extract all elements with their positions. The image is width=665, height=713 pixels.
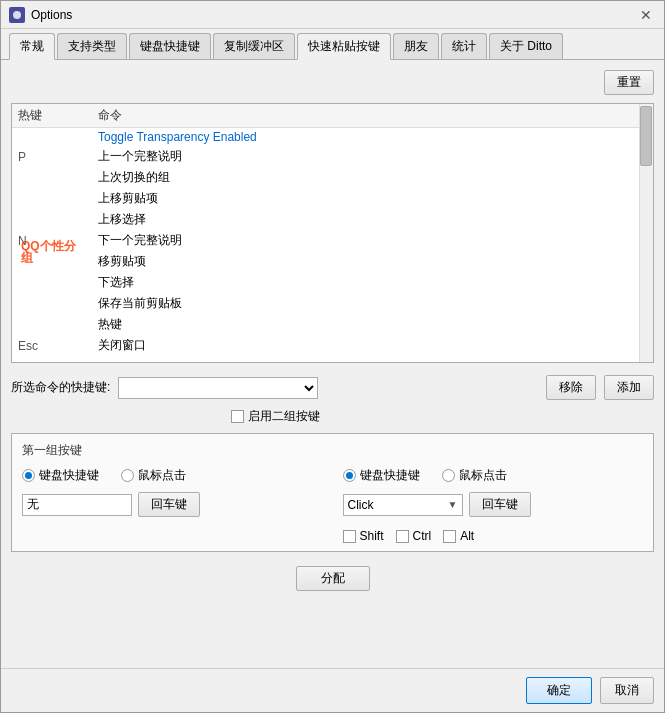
assign-row: 分配 bbox=[11, 566, 654, 591]
right-radio-keyboard[interactable]: 键盘快捷键 bbox=[343, 467, 420, 484]
keyset-row: 键盘快捷键 鼠标点击 回车键 bbox=[22, 467, 643, 543]
table-row[interactable]: 下选择 bbox=[12, 272, 653, 293]
left-radio-keyboard-input[interactable] bbox=[22, 469, 35, 482]
chevron-down-icon: ▼ bbox=[448, 499, 458, 510]
left-key-input[interactable] bbox=[22, 494, 132, 516]
left-enter-key-button[interactable]: 回车键 bbox=[138, 492, 200, 517]
table-row[interactable]: 热键 bbox=[12, 314, 653, 335]
keyset-section: 第一组按键 键盘快捷键 鼠标点击 bbox=[11, 433, 654, 552]
table-row[interactable]: 上移选择 bbox=[12, 209, 653, 230]
table-row[interactable]: 上次切换的组 bbox=[12, 167, 653, 188]
cancel-button[interactable]: 取消 bbox=[600, 677, 654, 704]
shortcut-label: 所选命令的快捷键: bbox=[11, 379, 110, 396]
header-command: 命令 bbox=[98, 107, 122, 124]
footer-buttons: 确定 取消 bbox=[1, 668, 664, 712]
window-title: Options bbox=[31, 8, 636, 22]
modifier-row: Shift Ctrl Alt bbox=[343, 529, 644, 543]
add-button[interactable]: 添加 bbox=[604, 375, 654, 400]
alt-checkbox[interactable] bbox=[443, 530, 456, 543]
keyset-left-col: 键盘快捷键 鼠标点击 回车键 bbox=[22, 467, 323, 543]
table-row[interactable]: Toggle Transparency Enabled bbox=[12, 128, 653, 146]
enable-second-group-label[interactable]: 启用二组按键 bbox=[231, 408, 320, 425]
hotkey-table[interactable]: 热键 命令 Toggle Transparency Enabled P 上一个完… bbox=[11, 103, 654, 363]
alt-modifier: Alt bbox=[443, 529, 474, 543]
left-radio-keyboard[interactable]: 键盘快捷键 bbox=[22, 467, 99, 484]
tab-stats[interactable]: 统计 bbox=[441, 33, 487, 59]
left-radio-mouse[interactable]: 鼠标点击 bbox=[121, 467, 186, 484]
tab-keyboard-shortcut[interactable]: 键盘快捷键 bbox=[129, 33, 211, 59]
app-icon bbox=[9, 7, 25, 23]
keyset-right-col: 键盘快捷键 鼠标点击 Click ▼ 回车键 bbox=[343, 467, 644, 543]
header-hotkey: 热键 bbox=[18, 107, 98, 124]
enable-row: 启用二组按键 bbox=[231, 408, 654, 425]
right-enter-key-button[interactable]: 回车键 bbox=[469, 492, 531, 517]
shift-modifier: Shift bbox=[343, 529, 384, 543]
table-row[interactable]: Esc 关闭窗口 bbox=[12, 335, 653, 356]
tab-quick-paste[interactable]: 快速粘贴按键 bbox=[297, 33, 391, 60]
table-row[interactable]: N 下一个完整说明 bbox=[12, 230, 653, 251]
shift-checkbox[interactable] bbox=[343, 530, 356, 543]
left-radio-mouse-input[interactable] bbox=[121, 469, 134, 482]
ctrl-modifier: Ctrl bbox=[396, 529, 432, 543]
svg-point-0 bbox=[13, 11, 21, 19]
close-button[interactable]: ✕ bbox=[636, 5, 656, 25]
left-radio-row: 键盘快捷键 鼠标点击 bbox=[22, 467, 323, 484]
scrollbar-track[interactable] bbox=[639, 104, 653, 362]
tab-support-type[interactable]: 支持类型 bbox=[57, 33, 127, 59]
right-radio-mouse-input[interactable] bbox=[442, 469, 455, 482]
tab-bar: 常规 支持类型 键盘快捷键 复制缓冲区 快速粘贴按键 朋友 统计 关于 Ditt… bbox=[1, 29, 664, 60]
right-radio-mouse[interactable]: 鼠标点击 bbox=[442, 467, 507, 484]
shortcut-select[interactable] bbox=[118, 377, 318, 399]
shortcut-row: 所选命令的快捷键: 移除 添加 bbox=[11, 375, 654, 400]
right-input-row: Click ▼ 回车键 bbox=[343, 492, 644, 517]
reset-button[interactable]: 重置 bbox=[604, 70, 654, 95]
ctrl-checkbox[interactable] bbox=[396, 530, 409, 543]
tab-about[interactable]: 关于 Ditto bbox=[489, 33, 563, 59]
enable-second-group-checkbox[interactable] bbox=[231, 410, 244, 423]
tab-copy-buffer[interactable]: 复制缓冲区 bbox=[213, 33, 295, 59]
table-row[interactable]: P 上一个完整说明 bbox=[12, 146, 653, 167]
main-content: QQ个性分 组 重置 热键 命令 Toggle Transparency Ena… bbox=[1, 60, 664, 668]
tab-changgui[interactable]: 常规 bbox=[9, 33, 55, 60]
shortcut-combo bbox=[118, 377, 538, 399]
table-row[interactable]: 移剪贴项 bbox=[12, 251, 653, 272]
right-radio-row: 键盘快捷键 鼠标点击 bbox=[343, 467, 644, 484]
main-window: Options ✕ 常规 支持类型 键盘快捷键 复制缓冲区 快速粘贴按键 朋友 … bbox=[0, 0, 665, 713]
table-header: 热键 命令 bbox=[12, 104, 653, 128]
top-toolbar: 重置 bbox=[11, 70, 654, 95]
click-dropdown[interactable]: Click ▼ bbox=[343, 494, 463, 516]
title-bar: Options ✕ bbox=[1, 1, 664, 29]
tab-friends[interactable]: 朋友 bbox=[393, 33, 439, 59]
ok-button[interactable]: 确定 bbox=[526, 677, 592, 704]
right-radio-keyboard-input[interactable] bbox=[343, 469, 356, 482]
keyset-title: 第一组按键 bbox=[22, 442, 643, 459]
left-input-row: 回车键 bbox=[22, 492, 323, 517]
table-row[interactable]: 保存当前剪贴板 bbox=[12, 293, 653, 314]
remove-button[interactable]: 移除 bbox=[546, 375, 596, 400]
scrollbar-thumb[interactable] bbox=[640, 106, 652, 166]
assign-button[interactable]: 分配 bbox=[296, 566, 370, 591]
table-row[interactable]: 上移剪贴项 bbox=[12, 188, 653, 209]
